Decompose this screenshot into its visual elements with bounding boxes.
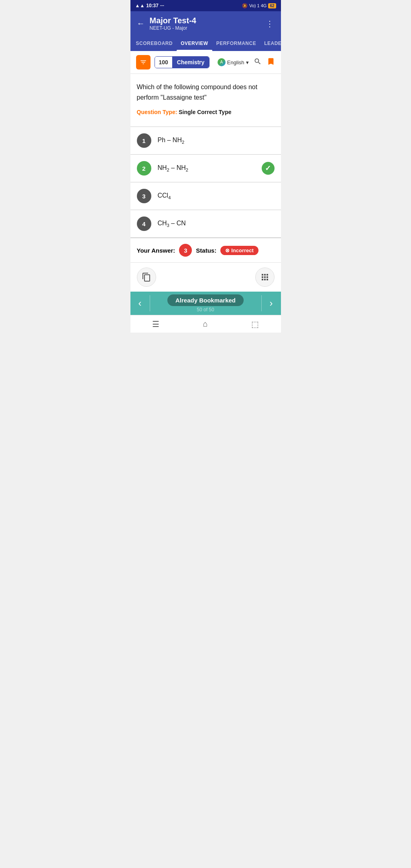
filter-button[interactable] <box>136 55 151 69</box>
network-info: Vo) 1 4G <box>249 3 267 8</box>
subject-number: 100 <box>155 57 172 68</box>
question-type-label: Question Type: <box>137 109 177 115</box>
header: ← Major Test-4 NEET-UG - Major ⋮ <box>130 11 281 36</box>
signal-icon: ▲▲ <box>135 3 145 8</box>
option-text-1: Ph – NH2 <box>158 137 275 145</box>
action-row <box>130 262 281 292</box>
grid-icon <box>260 272 270 282</box>
zoom-button[interactable] <box>254 57 262 67</box>
subject-name: Chemistry <box>172 57 209 68</box>
question-type-value: Single Correct Type <box>179 109 231 115</box>
status-dots: ··· <box>160 3 164 8</box>
sys-menu-button[interactable]: ☰ <box>152 319 159 329</box>
status-bar: ▲▲ 10:37 ··· 🔕 Vo) 1 4G 62 <box>130 0 281 11</box>
grid-button[interactable] <box>255 268 275 287</box>
correct-check-icon: ✓ <box>262 162 275 175</box>
option-3[interactable]: 3 CCl4 <box>130 182 281 210</box>
back-button[interactable]: ← <box>137 19 145 28</box>
your-answer-label: Your Answer: <box>137 247 175 254</box>
status-right: 🔕 Vo) 1 4G 62 <box>242 3 276 8</box>
bottom-nav: ‹ Already Bookmarked 50 of 50 › <box>130 292 281 315</box>
your-answer-badge: 3 <box>179 244 192 257</box>
option-text-4: CH3 – CN <box>158 220 275 228</box>
header-title: Major Test-4 NEET-UG - Major <box>150 16 196 31</box>
option-2[interactable]: 2 NH2 – NH2 ✓ <box>130 155 281 182</box>
option-number-2: 2 <box>137 161 151 176</box>
option-1[interactable]: 1 Ph – NH2 <box>130 127 281 154</box>
menu-button[interactable]: ⋮ <box>266 19 275 29</box>
tab-performance[interactable]: PERFORMANCE <box>212 36 260 51</box>
page-title: Major Test-4 <box>150 16 196 25</box>
option-text-3: CCl4 <box>158 192 275 200</box>
header-left: ← Major Test-4 NEET-UG - Major <box>137 16 196 31</box>
time: 10:37 <box>146 3 159 8</box>
filter-right: A English ▾ <box>218 57 275 68</box>
tab-overview[interactable]: OVERVIEW <box>177 36 212 51</box>
option-4[interactable]: 4 CH3 – CN <box>130 210 281 237</box>
notification-icon: 🔕 <box>242 3 248 8</box>
bookmark-nav-button[interactable]: Already Bookmarked 50 of 50 <box>150 291 261 316</box>
status-label: Status: <box>196 247 216 254</box>
status-left: ▲▲ 10:37 ··· <box>135 3 164 8</box>
option-number-3: 3 <box>137 189 151 203</box>
filter-bar: 100 Chemistry A English ▾ <box>130 51 281 74</box>
copy-icon <box>142 272 151 282</box>
chevron-down-icon: ▾ <box>246 59 249 65</box>
language-label: English <box>227 59 244 65</box>
status-text: Incorrect <box>231 247 254 253</box>
tabs-bar: SCOREBOARD OVERVIEW PERFORMANCE LEADERBO… <box>130 36 281 51</box>
tab-scoreboard[interactable]: SCOREBOARD <box>132 36 177 51</box>
page-subtitle: NEET-UG - Major <box>150 25 196 31</box>
bookmark-button[interactable] <box>267 57 275 68</box>
option-text-2: NH2 – NH2 <box>158 164 255 172</box>
language-selector[interactable]: A English ▾ <box>218 58 249 66</box>
question-type-row: Question Type: Single Correct Type <box>137 109 275 115</box>
subject-tag[interactable]: 100 Chemistry <box>155 56 210 68</box>
bookmark-label: Already Bookmarked <box>167 294 244 306</box>
filter-icon <box>140 59 147 66</box>
page-indicator: 50 of 50 <box>197 307 214 312</box>
filter-left: 100 Chemistry <box>136 55 210 69</box>
globe-icon: A <box>218 58 226 66</box>
copy-button[interactable] <box>137 268 156 287</box>
system-nav-bar: ☰ ⌂ ⬚ <box>130 315 281 333</box>
battery-indicator: 62 <box>268 3 276 8</box>
options-list: 1 Ph – NH2 2 NH2 – NH2 ✓ 3 CCl4 4 CH3 – … <box>130 127 281 237</box>
question-text: Which of the following compound does not… <box>137 82 275 102</box>
prev-button[interactable]: ‹ <box>130 292 150 315</box>
tab-leaderboard[interactable]: LEADERBOARD <box>260 36 281 51</box>
question-area: Which of the following compound does not… <box>130 74 281 127</box>
sys-back-button[interactable]: ⬚ <box>251 319 259 329</box>
next-button[interactable]: › <box>262 292 281 315</box>
answer-row: Your Answer: 3 Status: ⊗ Incorrect <box>130 238 281 262</box>
option-number-1: 1 <box>137 133 151 148</box>
status-icon: ⊗ <box>225 247 230 253</box>
status-badge: ⊗ Incorrect <box>220 246 258 255</box>
sys-home-button[interactable]: ⌂ <box>203 319 208 329</box>
option-number-4: 4 <box>137 216 151 231</box>
